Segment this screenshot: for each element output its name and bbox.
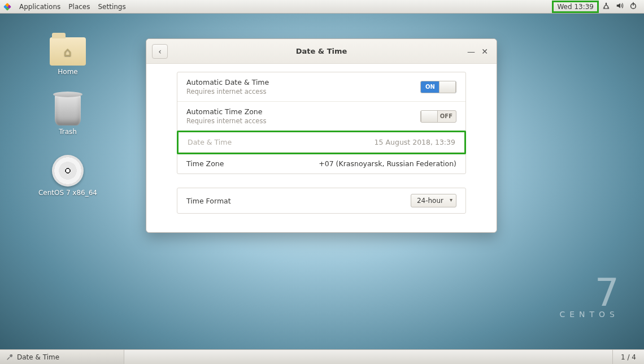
taskbar-active-task[interactable]: Date & Time (0, 350, 124, 364)
row-label: Automatic Date & Time (186, 78, 269, 86)
svg-rect-4 (633, 2, 633, 6)
workspace-label: 1 / 4 (621, 353, 636, 361)
menu-places[interactable]: Places (68, 3, 90, 11)
distro-icon (3, 3, 11, 11)
row-datetime[interactable]: Date & Time 15 August 2018, 13:39 (179, 132, 464, 153)
close-button[interactable]: ✕ (481, 47, 489, 55)
toggle-knob (421, 111, 438, 122)
window-titlebar[interactable]: ‹ Date & Time — ✕ (146, 39, 497, 64)
cd-icon (52, 155, 84, 187)
panel-group-datetime: Automatic Date & Time Requires internet … (177, 72, 466, 174)
row-label: Time Zone (186, 159, 224, 168)
top-menu-bar: Applications Places Settings (0, 3, 126, 11)
toggle-auto-timezone[interactable]: OFF (420, 110, 456, 123)
panel-clock[interactable]: Wed 13:39 (557, 3, 594, 11)
toggle-knob (439, 81, 456, 93)
desktop-icon-label: Home (58, 68, 77, 76)
row-timezone[interactable]: Time Zone +07 (Krasnoyarsk, Russian Fede… (177, 154, 465, 174)
desktop-icon-label: CentOS 7 x86_64 (38, 189, 97, 197)
row-label: Date & Time (188, 138, 232, 146)
settings-window: ‹ Date & Time — ✕ Automatic Date & Time … (146, 38, 497, 233)
task-bar: Date & Time 1 / 4 (0, 349, 644, 364)
combo-value: 24-hour (417, 197, 443, 205)
folder-icon: ⌂ (50, 37, 86, 66)
desktop-icon-label: Trash (59, 128, 77, 136)
back-button[interactable]: ‹ (152, 44, 168, 59)
row-label: Automatic Time Zone (186, 107, 266, 116)
svg-point-2 (607, 7, 608, 8)
system-tray (602, 2, 644, 11)
minimize-button[interactable]: — (467, 47, 475, 55)
workspace-indicator[interactable]: 1 / 4 (612, 350, 644, 364)
desktop-icon-trash[interactable]: Trash (55, 95, 81, 136)
centos-label: CENTOS (559, 310, 619, 319)
row-auto-timezone: Automatic Time Zone Requires internet ac… (177, 102, 465, 131)
volume-icon[interactable] (616, 2, 624, 11)
row-auto-datetime: Automatic Date & Time Requires internet … (177, 72, 465, 102)
network-icon[interactable] (602, 2, 610, 11)
svg-point-1 (606, 3, 607, 4)
desktop-icon-cd[interactable]: CentOS 7 x86_64 (38, 155, 97, 197)
menu-applications[interactable]: Applications (19, 3, 60, 11)
desktop-icons: ⌂ Home Trash CentOS 7 x86_64 (34, 34, 102, 197)
row-datetime-highlight: Date & Time 15 August 2018, 13:39 (177, 131, 466, 154)
centos-seven: 7 (559, 279, 619, 306)
row-value: 15 August 2018, 13:39 (375, 138, 455, 146)
row-sublabel: Requires internet access (186, 88, 269, 96)
power-icon[interactable] (629, 2, 637, 11)
row-timeformat: Time Format 24-hour (177, 188, 465, 213)
panel-clock-highlight: Wed 13:39 (552, 1, 599, 13)
timeformat-combo[interactable]: 24-hour (411, 194, 456, 207)
task-label: Date & Time (17, 353, 59, 361)
row-value: +07 (Krasnoyarsk, Russian Federation) (319, 159, 456, 168)
row-label: Time Format (186, 197, 231, 205)
menu-settings[interactable]: Settings (98, 3, 125, 11)
row-sublabel: Requires internet access (186, 117, 266, 125)
svg-point-0 (603, 7, 604, 8)
centos-watermark: 7 CENTOS (559, 279, 619, 319)
tools-icon (6, 353, 14, 361)
window-title: Date & Time (146, 47, 497, 55)
panel-group-format: Time Format 24-hour (177, 188, 466, 214)
desktop-icon-home[interactable]: ⌂ Home (50, 34, 86, 76)
toggle-off-label: OFF (440, 113, 452, 119)
trash-icon (55, 95, 81, 125)
top-panel: Applications Places Settings Wed 13:39 (0, 0, 644, 14)
toggle-auto-datetime[interactable]: ON (420, 81, 456, 93)
window-body: Automatic Date & Time Requires internet … (146, 64, 497, 232)
toggle-on-label: ON (425, 84, 435, 90)
